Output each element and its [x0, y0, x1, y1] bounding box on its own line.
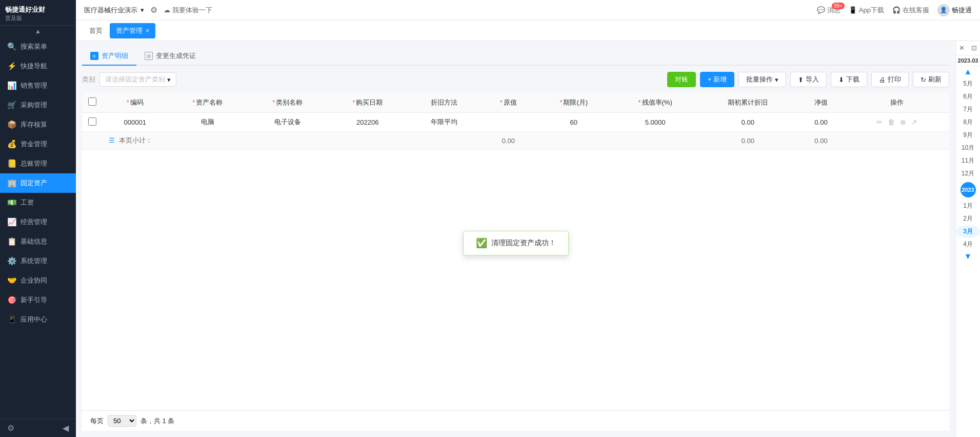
- col-name: *资产名称: [168, 92, 248, 113]
- experience-text: 我要体验一下: [172, 6, 212, 15]
- cell-name: 电脑: [168, 113, 248, 132]
- reconcile-button[interactable]: 对账: [667, 72, 696, 87]
- user-button[interactable]: 👤 畅捷通: [937, 4, 972, 16]
- sidebar-item-search[interactable]: 🔍搜索菜单: [0, 37, 76, 56]
- col-residual-rate: *残值率(%): [612, 92, 699, 113]
- tab-asset-detail[interactable]: ≡ 资产明细: [82, 47, 136, 66]
- app-subtitle: 普及版: [5, 14, 71, 22]
- table-row: 000001 电脑 电子设备 202206 年限平均 60 5.0000 0.0…: [82, 113, 949, 132]
- settings-button[interactable]: ⚙: [150, 5, 157, 15]
- panel-month-8[interactable]: 8月: [956, 116, 980, 129]
- fixed-assets-icon: 🏢: [7, 178, 16, 188]
- sidebar-item-label: 总账管理: [21, 159, 47, 168]
- delete-button[interactable]: 🗑: [887, 117, 896, 127]
- tab-close-button[interactable]: ×: [146, 27, 149, 34]
- sidebar-item-app-center[interactable]: 📱应用中心: [0, 310, 76, 329]
- sidebar-item-label: 资金管理: [21, 140, 47, 149]
- sidebar-item-guide[interactable]: 🎯新手引导: [0, 290, 76, 310]
- sidebar-item-enterprise[interactable]: 🤝企业协同: [0, 271, 76, 290]
- tabbar: 首页 资产管理 ×: [76, 21, 980, 41]
- batch-ops-chevron: ▾: [775, 76, 778, 84]
- new-button[interactable]: + 新增: [700, 72, 734, 87]
- download-button[interactable]: ⬇ 下载: [831, 72, 867, 87]
- refresh-button[interactable]: ↻ 刷新: [913, 72, 949, 87]
- experience-button[interactable]: ☁ 我要体验一下: [164, 6, 212, 15]
- company-selector[interactable]: 医疗器械行业演示 ▾: [84, 6, 144, 15]
- sidebar-item-system[interactable]: ⚙️系统管理: [0, 251, 76, 271]
- guide-icon: 🎯: [7, 295, 16, 305]
- import-button[interactable]: ⬆ 导入: [790, 72, 827, 87]
- panel-month-5[interactable]: 5月: [956, 77, 980, 90]
- sidebar-item-operations[interactable]: 📈经营管理: [0, 212, 76, 232]
- asset-table: *编码 *资产名称 *类别名称 *购买日期 折旧方法 *原值 *期限(月) *残…: [82, 92, 949, 150]
- tab-change-voucher[interactable]: ⊞ 变更生成凭证: [136, 47, 204, 66]
- print-button[interactable]: 🖨 打印: [871, 72, 909, 87]
- sidebar-item-inventory[interactable]: 📦库存核算: [0, 115, 76, 134]
- toolbar-left: 类别 请选择固定资产类别 ▾: [82, 72, 176, 87]
- sidebar-item-label: 库存核算: [21, 120, 47, 129]
- sidebar-item-fixed-assets[interactable]: 🏢固定资产: [0, 173, 76, 193]
- message-icon: 💬: [817, 6, 825, 14]
- sidebar-scroll: 🔍搜索菜单⚡快捷导航📊销售管理🛒采购管理📦库存核算💰资金管理📒总账管理🏢固定资产…: [0, 37, 76, 419]
- toolbar-right: 对账 + 新增 批量操作 ▾ ⬆ 导入 ⬇ 下载 🖨: [667, 72, 949, 87]
- salary-icon: 💵: [7, 198, 16, 207]
- row-checkbox[interactable]: [88, 117, 96, 126]
- sidebar-item-quicknav[interactable]: ⚡快捷导航: [0, 56, 76, 76]
- tab-home[interactable]: 首页: [84, 23, 108, 38]
- per-page-select[interactable]: 50 100 200: [108, 415, 136, 427]
- panel-month-3-current[interactable]: 3月: [956, 225, 980, 238]
- sidebar-scroll-up[interactable]: ▲: [34, 28, 42, 35]
- panel-up-nav[interactable]: ▲: [963, 66, 973, 77]
- sidebar-item-salary[interactable]: 💵工资: [0, 193, 76, 212]
- panel-month-7[interactable]: 7月: [956, 103, 980, 116]
- panel-close-icon[interactable]: ✕: [959, 44, 965, 52]
- app-title: 畅捷通好业财: [5, 5, 71, 14]
- cell-code: 000001: [103, 113, 168, 132]
- tab-asset-management[interactable]: 资产管理 ×: [110, 23, 155, 38]
- col-category: *类别名称: [248, 92, 328, 113]
- select-all-checkbox[interactable]: [88, 97, 96, 106]
- sidebar-item-sales[interactable]: 📊销售管理: [0, 76, 76, 95]
- sidebar: 畅捷通好业财 普及版 ▲ 🔍搜索菜单⚡快捷导航📊销售管理🛒采购管理📦库存核算💰资…: [0, 0, 76, 437]
- panel-month-9[interactable]: 9月: [956, 129, 980, 142]
- more-button[interactable]: ↗: [910, 117, 918, 127]
- app-download-button[interactable]: 📱 App下载: [849, 6, 884, 15]
- collapse-icon[interactable]: ◀: [63, 423, 69, 433]
- sidebar-item-label: 固定资产: [21, 178, 47, 188]
- sidebar-item-purchase[interactable]: 🛒采购管理: [0, 95, 76, 115]
- panel-month-10[interactable]: 10月: [956, 142, 980, 154]
- panel-month-12[interactable]: 12月: [956, 167, 980, 180]
- sidebar-item-label: 销售管理: [21, 81, 47, 90]
- category-label: 类别: [82, 75, 95, 84]
- panel-year-badge[interactable]: 2023: [961, 182, 976, 197]
- col-original-value: *原值: [481, 92, 536, 113]
- panel-expand-icon[interactable]: ⊡: [971, 44, 977, 52]
- settings-icon[interactable]: ⚙: [7, 423, 14, 433]
- sidebar-item-label: 基础信息: [21, 237, 47, 246]
- sidebar-item-basic-info[interactable]: 📋基础信息: [0, 232, 76, 251]
- col-purchase-date: *购买日期: [328, 92, 408, 113]
- panel-month-4[interactable]: 4月: [956, 238, 980, 251]
- sidebar-item-funds[interactable]: 💰资金管理: [0, 134, 76, 154]
- batch-ops-button[interactable]: 批量操作 ▾: [738, 72, 786, 87]
- topbar-right: 💬 消息 99+ 📱 App下载 🎧 在线客服 👤 畅捷通: [817, 4, 972, 16]
- headset-icon: 🎧: [892, 6, 901, 14]
- quicknav-icon: ⚡: [7, 62, 16, 71]
- panel-month-6[interactable]: 6月: [956, 90, 980, 103]
- username: 畅捷通: [952, 6, 972, 15]
- panel-month-2[interactable]: 2月: [956, 212, 980, 225]
- panel-down-nav[interactable]: ▼: [963, 251, 973, 262]
- sidebar-item-label: 新手引导: [21, 295, 47, 305]
- panel-month-1[interactable]: 1月: [956, 200, 980, 212]
- copy-button[interactable]: ⊕: [899, 117, 907, 127]
- category-select-dropdown[interactable]: 请选择固定资产类别 ▾: [99, 72, 176, 87]
- system-icon: ⚙️: [7, 256, 16, 266]
- company-dropdown-icon: ▾: [141, 6, 144, 14]
- per-page-label: 每页: [90, 416, 104, 426]
- col-period: *期限(月): [536, 92, 612, 113]
- panel-month-11[interactable]: 11月: [956, 154, 980, 167]
- online-service-button[interactable]: 🎧 在线客服: [892, 6, 929, 15]
- edit-button[interactable]: ✏: [875, 117, 884, 127]
- message-button[interactable]: 💬 消息 99+: [817, 6, 841, 15]
- sidebar-item-ledger[interactable]: 📒总账管理: [0, 154, 76, 173]
